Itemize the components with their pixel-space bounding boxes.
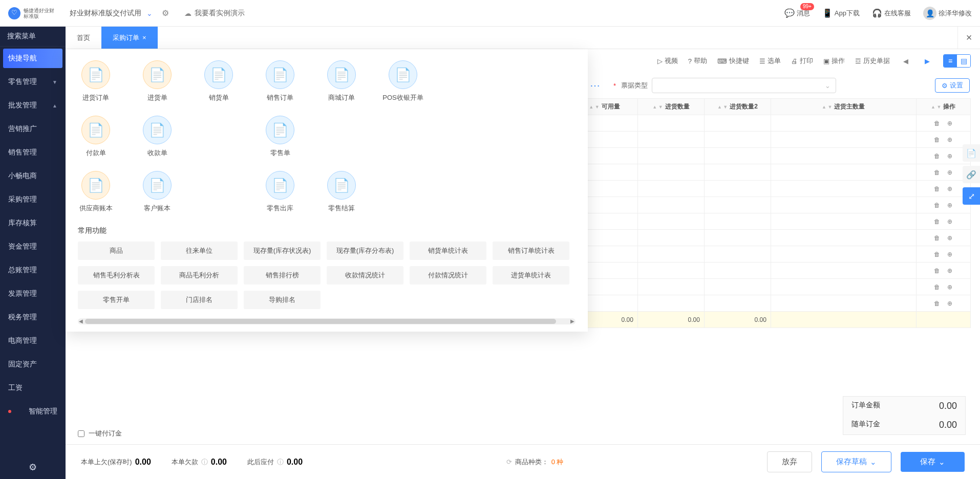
delete-row-icon[interactable]: 🗑 (934, 120, 940, 127)
add-row-icon[interactable]: ⊕ (947, 153, 952, 160)
flow-node[interactable]: 📄进货单 (139, 60, 175, 102)
sidebar-item-assets[interactable]: 固定资产 (0, 353, 66, 376)
delete-row-icon[interactable]: 🗑 (934, 136, 940, 143)
column-header[interactable]: ▲ ▼进货数量 (637, 99, 704, 115)
help-button[interactable]: ?帮助 (688, 56, 707, 66)
delete-row-icon[interactable]: 🗑 (934, 267, 940, 274)
flow-node[interactable]: 📄零售出库 (262, 171, 298, 213)
rail-link-icon[interactable]: 🔗 (963, 166, 980, 183)
add-row-icon[interactable]: ⊕ (947, 234, 952, 242)
scroll-left-icon[interactable]: ◀ (78, 318, 84, 324)
scroll-right-icon[interactable]: ▶ (569, 318, 576, 324)
scroll-thumb[interactable] (85, 319, 556, 324)
add-row-icon[interactable]: ⊕ (947, 284, 952, 291)
column-header[interactable]: ▲ ▼操作 (916, 99, 970, 115)
sidebar-item-retail[interactable]: 零售管理▼ (0, 70, 66, 94)
quick-link-chip[interactable]: 往来单位 (161, 242, 238, 260)
save-button[interactable]: 保存⌄ (901, 452, 965, 472)
more-fields-button[interactable]: ⋯ (590, 79, 601, 92)
info-icon[interactable]: ⓘ (277, 458, 284, 467)
rail-note-icon[interactable]: 📄 (963, 144, 980, 162)
add-row-icon[interactable]: ⊕ (947, 185, 952, 192)
delete-row-icon[interactable]: 🗑 (934, 169, 940, 176)
quick-link-chip[interactable]: 销售订单统计表 (493, 242, 569, 260)
column-header[interactable]: ▲ ▼进货主数量 (771, 99, 916, 115)
quick-link-chip[interactable]: 导购排名 (244, 291, 321, 309)
view-card-button[interactable]: ▤ (957, 55, 970, 67)
quick-link-chip[interactable]: 零售开单 (78, 291, 155, 309)
discard-button[interactable]: 放弃 (767, 451, 812, 472)
flow-node[interactable]: 📄零售结算 (324, 171, 359, 213)
horizontal-scrollbar[interactable]: ◀ ▶ (78, 318, 576, 324)
settings-button[interactable]: ⚙设置 (935, 78, 970, 93)
sidebar-item-tax[interactable]: 税务管理 (0, 306, 66, 329)
add-row-icon[interactable]: ⊕ (947, 218, 952, 225)
info-icon[interactable]: ⓘ (201, 458, 208, 467)
add-row-icon[interactable]: ⊕ (947, 251, 952, 258)
save-draft-button[interactable]: 保存草稿⌄ (821, 451, 891, 472)
quick-link-chip[interactable]: 进货单统计表 (493, 266, 569, 285)
flow-node[interactable]: 📄进货订单 (78, 60, 114, 102)
view-detail-button[interactable]: ≡ (944, 55, 957, 67)
sidebar-item-ecommerce[interactable]: 电商管理 (0, 329, 66, 353)
messages-button[interactable]: 💬 消息 99+ (784, 8, 810, 18)
delete-row-icon[interactable]: 🗑 (934, 153, 940, 160)
prev-record-button[interactable]: ◀ (900, 55, 911, 67)
delete-row-icon[interactable]: 🗑 (934, 185, 940, 192)
tab-purchase-order[interactable]: 采购订单 × (101, 27, 158, 49)
delete-row-icon[interactable]: 🗑 (934, 234, 940, 242)
add-row-icon[interactable]: ⊕ (947, 300, 952, 307)
sidebar-item-gl[interactable]: 总账管理 (0, 258, 66, 282)
sidebar-item-quicknav[interactable]: 快捷导航 (3, 49, 62, 68)
delete-row-icon[interactable]: 🗑 (934, 202, 940, 209)
quick-link-chip[interactable]: 商品毛利分析 (161, 266, 238, 285)
sidebar-item-ai[interactable]: 智能管理 (0, 400, 66, 423)
demo-link[interactable]: ☁ 我要看实例演示 (184, 9, 245, 18)
one-click-deposit-checkbox[interactable] (78, 430, 84, 437)
flow-node[interactable]: 📄零售单 (262, 116, 298, 158)
sidebar-item-invoice[interactable]: 发票管理 (0, 282, 66, 306)
quick-link-chip[interactable]: 现存量(库存分布表) (327, 242, 403, 260)
rail-expand-icon[interactable]: ⤢ (963, 187, 980, 205)
quick-link-chip[interactable]: 门店排名 (161, 291, 238, 309)
sidebar-item-salary[interactable]: 工资 (0, 376, 66, 400)
shortcut-button[interactable]: ⌨快捷键 (717, 56, 749, 66)
flow-node[interactable]: 📄POS收银开单 (385, 60, 421, 102)
sidebar-item-xiaochang[interactable]: 小畅电商 (0, 164, 66, 188)
quick-link-chip[interactable]: 销货单统计表 (410, 242, 486, 260)
user-menu[interactable]: 👤 徐泽华修改 (923, 7, 972, 20)
next-record-button[interactable]: ▶ (922, 55, 933, 67)
flow-node[interactable]: 📄销货单 (201, 60, 237, 102)
quick-link-chip[interactable]: 销售毛利分析表 (78, 266, 155, 285)
close-all-tabs-button[interactable]: × (957, 27, 980, 49)
flow-node[interactable]: 📄供应商账本 (78, 171, 114, 213)
tab-home[interactable]: 首页 (66, 27, 101, 49)
add-row-icon[interactable]: ⊕ (947, 169, 952, 176)
refresh-icon[interactable]: ⟳ (506, 458, 512, 466)
print-button[interactable]: 🖨打印 (791, 56, 813, 66)
quick-link-chip[interactable]: 现存量(库存状况表) (244, 242, 321, 260)
close-icon[interactable]: × (142, 34, 146, 41)
delete-row-icon[interactable]: 🗑 (934, 284, 940, 291)
delete-row-icon[interactable]: 🗑 (934, 251, 940, 258)
flow-node[interactable]: 📄客户账本 (139, 171, 175, 213)
sidebar-item-funds[interactable]: 资金管理 (0, 235, 66, 258)
sidebar-item-inventory[interactable]: 库存核算 (0, 211, 66, 235)
sidebar-settings-icon[interactable]: ⚙ (29, 462, 37, 473)
select-button[interactable]: ☰选单 (759, 56, 781, 66)
column-header[interactable]: ▲ ▼进货数量2 (704, 99, 771, 115)
app-download-button[interactable]: 📱 App下载 (822, 8, 860, 18)
workspace-settings-icon[interactable]: ⚙ (162, 8, 169, 18)
sidebar-item-sales[interactable]: 销售管理 (0, 141, 66, 164)
sidebar-search[interactable]: 搜索菜单 (0, 27, 66, 47)
quick-link-chip[interactable]: 商品 (78, 242, 155, 260)
quick-link-chip[interactable]: 付款情况统计 (410, 266, 486, 285)
history-button[interactable]: ☲历史单据 (855, 56, 890, 66)
flow-node[interactable]: 📄收款单 (139, 116, 175, 158)
action-button[interactable]: ▣操作 (823, 56, 845, 66)
add-row-icon[interactable]: ⊕ (947, 120, 952, 127)
add-row-icon[interactable]: ⊕ (947, 136, 952, 143)
sidebar-item-purchase[interactable]: 采购管理 (0, 188, 66, 211)
video-button[interactable]: ▷视频 (657, 56, 678, 66)
add-row-icon[interactable]: ⊕ (947, 202, 952, 209)
